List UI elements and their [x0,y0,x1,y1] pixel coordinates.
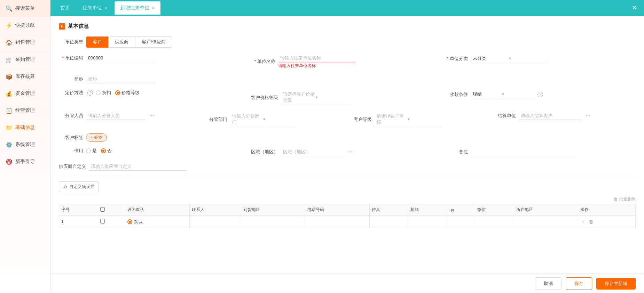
tab-unit-list-close[interactable]: ✕ [104,6,108,10]
row-delete-action[interactable]: 🗑 [587,218,595,225]
sidebar-item-sales[interactable]: 🏠 销售管理 [0,34,50,51]
add-tag-button[interactable]: + 标签 [86,133,107,141]
sidebar-item-basic-info[interactable]: 📁 基础信息 [0,119,50,136]
manager-more-icon[interactable]: ··· [148,113,155,119]
short-name-input[interactable] [86,75,156,83]
pricing-discount-radio [96,90,101,95]
col-wechat: 微信 [475,204,514,216]
sidebar-item-label: 新手引导 [15,158,35,165]
section-basic-info: F 基本信息 [59,23,636,30]
unit-code-input[interactable] [86,54,156,62]
custom-settings-label: 自定义项设置 [69,184,94,190]
sidebar-item-purchase[interactable]: 🛒 采购管理 [0,51,50,68]
tab-unit-list[interactable]: 往来单位 ✕ [77,1,113,15]
sidebar-item-system[interactable]: ⚙️ 系统管理 [0,136,50,153]
sidebar-item-finance[interactable]: 💰 资金管理 [0,85,50,102]
unit-type-btn-customer[interactable]: 客户 [86,36,108,48]
bulk-delete-label[interactable]: 批量删除 [619,197,636,202]
sidebar-item-inventory[interactable]: 📦 库存核算 [0,68,50,85]
sidebar-item-search[interactable]: 🔍 搜索菜单 [0,0,50,17]
unit-name-input[interactable] [278,54,355,62]
pricing-level-label: 价格等级 [121,90,140,96]
col-address: 到货地址 [241,204,305,216]
contact-table: 序号 设为默认 联系人 到货地址 电话号码 传真 邮箱 qq 微信 所在地区 操… [59,204,636,228]
sidebar-item-label: 系统管理 [15,141,35,148]
row-contact [189,216,241,228]
save-button[interactable]: 保存 [566,277,592,290]
row-address [241,216,305,228]
tag-label: 客户标签 [59,135,83,141]
department-placeholder: 请输入分管部门 [232,113,263,125]
unit-type-btn-supplier[interactable]: 供应商 [108,36,135,48]
save-and-add-button[interactable]: 保存并新增 [596,278,636,290]
payment-terms-value: 现结 [473,91,502,97]
row-phone [305,216,369,228]
window-close-button[interactable]: ✕ [629,3,640,13]
row-default: 默认 [125,216,189,228]
unit-category-label: 单位分类 [443,56,468,62]
row-add-action[interactable]: + [580,218,586,225]
col-phone: 电话号码 [305,204,369,216]
unit-type-field: 单位类型 客户 供应商 客户/供应商 [59,36,636,48]
department-label: 分管部门 [203,116,227,123]
department-field: 分管部门 请输入分管部门 ▾ [203,112,347,127]
region-input[interactable] [281,148,344,156]
customer-level-select[interactable]: 请选择客户等级 ▾ [375,112,441,127]
row-default-label: 默认 [134,219,143,225]
sidebar-item-label: 库存核算 [15,73,35,80]
remark-input[interactable] [471,148,575,156]
customer-price-level-select[interactable]: 请选择客户价格等级 ▾ [281,90,351,105]
cancel-button[interactable]: 取消 [535,277,561,290]
disabled-no-option[interactable]: 否 [101,148,112,154]
disabled-label: 停用 [59,148,83,154]
settlement-field: 结算单位 ··· [492,112,636,120]
bottom-bar: 取消 保存 保存并新增 [50,274,644,293]
custom-settings-button[interactable]: ⚙ 自定义项设置 [59,181,99,192]
pricing-level-option[interactable]: 价格等级 [115,90,140,96]
unit-type-row: 单位类型 客户 供应商 客户/供应商 [59,36,636,48]
supplier-custom-label: 供应商自定义 [59,163,86,170]
region-more-icon[interactable]: ··· [346,149,354,155]
tab-new-unit-close[interactable]: ✕ [151,6,155,10]
tab-home-label: 首页 [60,5,70,11]
table-row: 1 默认 [59,216,636,228]
pricing-discount-option[interactable]: 折扣 [96,90,111,96]
unit-type-btn-both[interactable]: 客户/供应商 [135,36,172,48]
customer-level-field: 客户等级 请选择客户等级 ▾ [347,112,492,127]
row-default-radio-item[interactable]: 默认 [127,219,187,225]
tab-new-unit[interactable]: 新增往来单位 ✕ [115,1,160,15]
sidebar-item-label: 资金管理 [15,90,35,97]
row-select-checkbox[interactable] [100,219,105,223]
manager-input[interactable] [86,112,145,120]
row-qq [447,216,475,228]
settlement-input[interactable] [519,112,581,120]
disabled-yes-option[interactable]: 是 [86,148,97,154]
sidebar-item-label: 经营管理 [15,107,35,114]
department-select[interactable]: 请输入分管部门 ▾ [230,112,296,127]
content-area: F 基本信息 单位类型 客户 供应商 客户/供应商 单位编码 单位名称 [50,16,644,274]
sidebar-item-operation[interactable]: 📋 经营管理 [0,102,50,119]
unit-category-select[interactable]: 未分类 ▾ [471,54,547,63]
payment-question-icon[interactable]: ? [537,92,543,97]
supplier-custom-input[interactable] [89,162,186,171]
sidebar-item-guide[interactable]: 🎯 新手引导 [0,153,50,170]
bulk-delete-area: 🗑 批量删除 [59,196,636,202]
tag-row: 客户标签 + 标签 [59,133,636,141]
money-icon: 💰 [6,90,13,97]
tab-home[interactable]: 首页 [55,1,76,15]
pricing-method-label: 定价方法 [59,90,83,96]
supplier-custom-row: 供应商自定义 [59,162,636,171]
pricing-row: 定价方法 ? 折扣 价格等级 客户价格等级 请选择客户价格等级 [59,90,636,105]
sidebar-item-quick-nav[interactable]: ⚡ 快捷导航 [0,17,50,34]
select-all-checkbox[interactable] [100,207,105,212]
customer-price-level-placeholder: 请选择客户价格等级 [283,91,316,104]
settlement-more-icon[interactable]: ··· [584,113,591,119]
unit-type-group: 客户 供应商 客户/供应商 [86,36,172,48]
col-contact: 联系人 [189,204,241,216]
pricing-question-icon[interactable]: ? [87,90,93,96]
unit-name-error: 请输入往来单位名称 [278,63,355,69]
payment-terms-label: 收款条件 [443,91,468,98]
payment-terms-select[interactable]: 现结 ▾ [471,90,533,99]
sidebar-item-label: 快捷导航 [15,22,35,29]
col-checkbox [98,204,125,216]
